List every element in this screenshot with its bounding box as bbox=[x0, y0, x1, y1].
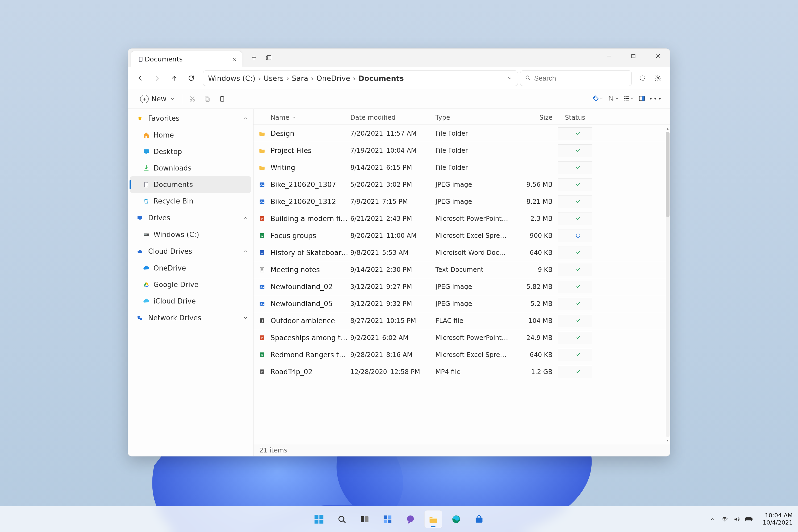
taskbar[interactable]: 10:04 AM 10/4/2021 bbox=[0, 506, 798, 532]
table-row[interactable]: PSpaceships among the…9/2/20216:02 AMMic… bbox=[253, 329, 670, 346]
teams-chat-button[interactable] bbox=[401, 510, 419, 528]
edge-taskbar-icon[interactable] bbox=[447, 510, 465, 528]
image-icon bbox=[258, 300, 266, 308]
up-button[interactable] bbox=[167, 71, 182, 86]
table-row[interactable]: XRedmond Rangers triat…9/28/20218:16 AMM… bbox=[253, 346, 670, 363]
maximize-button[interactable] bbox=[621, 49, 646, 63]
column-status[interactable]: Status bbox=[558, 114, 592, 121]
address-dropdown-button[interactable] bbox=[504, 72, 515, 84]
preview-pane-button[interactable] bbox=[639, 95, 645, 103]
sidebar-section-drives[interactable]: Drives bbox=[128, 209, 253, 226]
sidebar-item-windows-c[interactable]: Windows (C:) bbox=[130, 226, 251, 243]
breadcrumb-seg-2[interactable]: Sara bbox=[292, 74, 308, 82]
table-row[interactable]: Project Files7/19/202110:04 AMFile Folde… bbox=[253, 142, 670, 159]
column-size[interactable]: Size bbox=[510, 114, 558, 121]
sort-button[interactable] bbox=[608, 95, 614, 103]
sidebar-item-onedrive[interactable]: OneDrive bbox=[130, 260, 251, 277]
task-view-button[interactable] bbox=[356, 510, 374, 528]
file-name: History of Skateboards bbox=[270, 249, 350, 257]
wifi-icon[interactable] bbox=[720, 514, 730, 524]
widgets-button[interactable] bbox=[379, 510, 397, 528]
recycle-icon bbox=[142, 198, 150, 204]
sidebar-item-icloud[interactable]: iCloud Drive bbox=[130, 293, 251, 309]
svg-rect-19 bbox=[220, 97, 224, 101]
sidebar-item-google-drive[interactable]: Google Drive bbox=[130, 277, 251, 293]
chevron-up-icon[interactable] bbox=[243, 214, 248, 222]
download-icon bbox=[142, 165, 150, 172]
sidebar-section-cloud[interactable]: Cloud Drives bbox=[128, 243, 253, 260]
tab-close-button[interactable] bbox=[231, 56, 238, 63]
sidebar-item-desktop[interactable]: Desktop bbox=[130, 144, 251, 160]
chevron-down-icon[interactable] bbox=[599, 96, 604, 102]
breadcrumb-seg-3[interactable]: OneDrive bbox=[317, 74, 350, 82]
new-button[interactable]: ＋ New bbox=[137, 93, 178, 105]
volume-icon[interactable] bbox=[732, 514, 742, 524]
chevron-up-icon[interactable] bbox=[243, 114, 248, 122]
table-row[interactable]: Writing8/14/20216:15 PMFile Folder bbox=[253, 159, 670, 176]
chevron-down-icon[interactable] bbox=[614, 96, 619, 102]
sidebar-item-downloads[interactable]: Downloads bbox=[130, 160, 251, 176]
table-row[interactable]: WHistory of Skateboards9/8/20215:53 AMMi… bbox=[253, 244, 670, 261]
table-row[interactable]: XFocus groups8/20/202111:00 AMMicrosoft … bbox=[253, 227, 670, 244]
chevron-up-icon[interactable] bbox=[243, 247, 248, 255]
minimize-button[interactable] bbox=[597, 49, 621, 63]
start-button[interactable] bbox=[310, 510, 328, 528]
copy-button[interactable] bbox=[200, 92, 215, 107]
column-name[interactable]: Name bbox=[270, 114, 350, 121]
back-button[interactable] bbox=[133, 71, 148, 86]
breadcrumb-seg-1[interactable]: Users bbox=[264, 74, 284, 82]
taskbar-search-button[interactable] bbox=[333, 510, 351, 528]
table-row[interactable]: Meeting notes9/14/20212:30 PMText Docume… bbox=[253, 261, 670, 278]
table-row[interactable]: Newfoundland_053/12/20219:32 PMJPEG imag… bbox=[253, 295, 670, 312]
file-name: Meeting notes bbox=[270, 266, 350, 274]
battery-icon[interactable] bbox=[744, 514, 754, 524]
breadcrumb-seg-0[interactable]: Windows (C:) bbox=[208, 74, 255, 82]
sidebar-item-label: iCloud Drive bbox=[153, 297, 196, 305]
window-tab-documents[interactable]: Documents bbox=[131, 51, 242, 67]
search-input[interactable] bbox=[534, 74, 627, 82]
file-explorer-taskbar-icon[interactable] bbox=[424, 510, 442, 528]
address-bar[interactable]: Windows (C:) › Users › Sara › OneDrive ›… bbox=[203, 71, 518, 86]
table-row[interactable]: Bike_210620_13127/9/20217:15 PMJPEG imag… bbox=[253, 193, 670, 210]
view-button[interactable] bbox=[623, 95, 630, 103]
tags-button[interactable] bbox=[592, 95, 599, 103]
svg-rect-25 bbox=[146, 153, 147, 154]
cut-button[interactable] bbox=[185, 92, 200, 107]
paste-button[interactable] bbox=[215, 92, 230, 107]
table-row[interactable]: PBuilding a modern file…6/21/20212:43 PM… bbox=[253, 210, 670, 227]
svg-rect-23 bbox=[642, 96, 645, 100]
table-row[interactable]: Outdoor ambience8/27/202110:15 PMFLAC fi… bbox=[253, 312, 670, 329]
column-type[interactable]: Type bbox=[435, 114, 510, 121]
titlebar[interactable]: Documents bbox=[128, 49, 670, 67]
svg-point-49 bbox=[261, 286, 262, 287]
table-row[interactable]: RoadTrip_0212/28/202012:58 PMMP4 file1.2… bbox=[253, 363, 670, 380]
breadcrumb-seg-4[interactable]: Documents bbox=[358, 74, 404, 82]
sidebar-item-home[interactable]: Home bbox=[130, 127, 251, 144]
more-button[interactable]: ••• bbox=[649, 95, 663, 102]
file-status bbox=[558, 298, 592, 310]
store-taskbar-icon[interactable] bbox=[470, 510, 488, 528]
sidebar-item-recycle-bin[interactable]: Recycle Bin bbox=[130, 193, 251, 209]
chevron-down-icon[interactable] bbox=[630, 96, 635, 102]
chevron-down-icon[interactable] bbox=[243, 314, 248, 322]
settings-button[interactable] bbox=[651, 71, 665, 85]
close-button[interactable] bbox=[646, 49, 670, 63]
vertical-scrollbar[interactable]: ▴ ▾ bbox=[666, 126, 669, 442]
search-box[interactable] bbox=[520, 71, 632, 86]
table-row[interactable]: Design7/20/202111:57 AMFile Folder bbox=[253, 125, 670, 142]
refresh-button[interactable] bbox=[184, 71, 199, 86]
desktop-icon bbox=[142, 148, 150, 155]
chevron-right-icon: › bbox=[353, 74, 356, 82]
sidebar-section-network[interactable]: Network Drives bbox=[128, 309, 253, 326]
tray-chevron-up-icon[interactable] bbox=[707, 514, 717, 524]
sync-activity-icon[interactable] bbox=[635, 71, 649, 85]
sidebar-item-documents[interactable]: Documents bbox=[130, 176, 251, 193]
table-row[interactable]: Newfoundland_023/12/20219:27 PMJPEG imag… bbox=[253, 278, 670, 295]
tab-overview-button[interactable] bbox=[262, 51, 276, 65]
sidebar-section-favorites[interactable]: Favorites bbox=[128, 110, 253, 127]
table-row[interactable]: Bike_210620_13075/20/20213:02 PMJPEG ima… bbox=[253, 176, 670, 193]
forward-button[interactable] bbox=[150, 71, 165, 86]
new-tab-button[interactable] bbox=[247, 51, 261, 65]
column-date[interactable]: Date modified bbox=[350, 114, 435, 121]
taskbar-clock[interactable]: 10:04 AM 10/4/2021 bbox=[759, 512, 796, 526]
